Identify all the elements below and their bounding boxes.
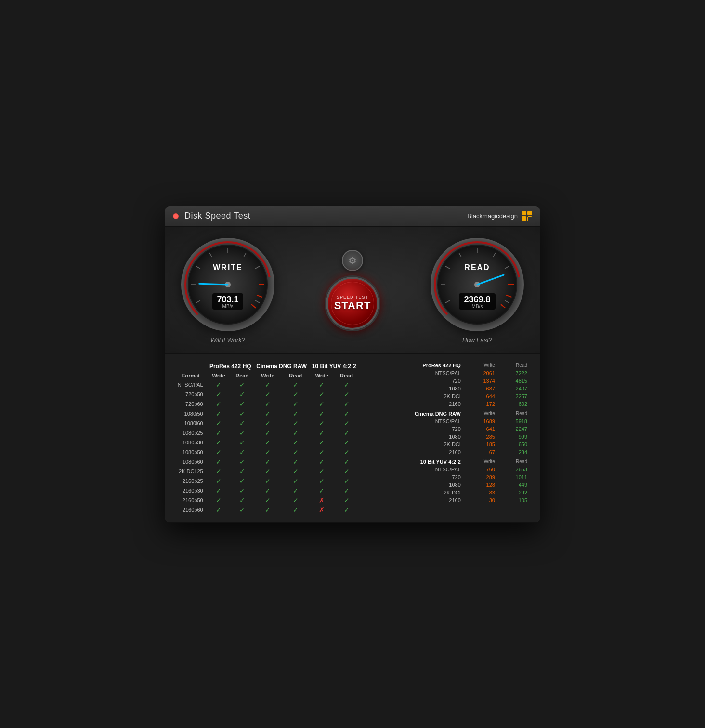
- compat-cell: ✓: [334, 447, 359, 457]
- write-val-cell: 1689: [466, 417, 498, 425]
- compat-cell: ✓: [207, 380, 231, 390]
- format-cell: 2160p50: [175, 495, 207, 505]
- compat-cell: ✗: [310, 495, 335, 505]
- compat-cell: ✓: [282, 438, 310, 447]
- start-button[interactable]: SPEED TEST START: [326, 277, 379, 330]
- compat-cell: ✓: [282, 428, 310, 438]
- write-val-cell: 185: [466, 441, 498, 448]
- compat-cell: ✓: [334, 418, 359, 428]
- compat-cell: ✓: [254, 495, 282, 505]
- close-button[interactable]: [173, 213, 179, 219]
- write-val-cell: 285: [466, 433, 498, 441]
- write-col-header: Write: [466, 362, 498, 369]
- cdng-header: Cinema DNG RAW: [254, 362, 310, 371]
- compat-cell: ✓: [254, 486, 282, 495]
- brand-logo: Blackmagicdesign: [467, 211, 532, 221]
- will-it-work-label: Will it Work?: [210, 337, 245, 344]
- read-val-cell: 449: [498, 481, 530, 489]
- read-val-cell: 999: [498, 433, 530, 441]
- settings-button[interactable]: ⚙: [342, 250, 363, 271]
- yuv-read-header: Read: [334, 371, 359, 380]
- section-name: Cinema DNG RAW: [366, 410, 466, 417]
- compat-cell: ✓: [310, 409, 335, 418]
- speed-row: NTSC/PAL 1689 5918: [366, 417, 530, 425]
- speed-test-label: SPEED TEST: [337, 295, 368, 299]
- format-cell: 2K DCI 25: [175, 467, 207, 476]
- resolution-cell: 1080: [366, 385, 466, 392]
- compat-cell: ✓: [254, 467, 282, 476]
- format-cell: 1080i60: [175, 418, 207, 428]
- read-val-cell: 650: [498, 441, 530, 448]
- speed-row: 2K DCI 185 650: [366, 441, 530, 448]
- compat-cell: ✓: [254, 399, 282, 409]
- format-col-header: Format: [175, 371, 207, 380]
- compat-cell: ✓: [334, 380, 359, 390]
- format-cell: 720p50: [175, 390, 207, 399]
- compat-cell: ✓: [282, 495, 310, 505]
- compat-cell: ✓: [231, 486, 254, 495]
- write-val-cell: 644: [466, 392, 498, 400]
- table-row: 1080p50✓✓✓✓✓✓: [175, 447, 359, 457]
- prores-header: ProRes 422 HQ: [207, 362, 254, 371]
- compat-cell: ✓: [231, 390, 254, 399]
- resolution-cell: 720: [366, 473, 466, 481]
- speed-row: NTSC/PAL 2061 7222: [366, 369, 530, 377]
- table-row: 720p50✓✓✓✓✓✓: [175, 390, 359, 399]
- compat-cell: ✓: [282, 409, 310, 418]
- title-bar: Disk Speed Test Blackmagicdesign: [165, 206, 540, 227]
- compat-cell: ✓: [310, 467, 335, 476]
- compat-cell: ✓: [254, 380, 282, 390]
- read-col-header: Read: [498, 362, 530, 369]
- write-val-cell: 2061: [466, 369, 498, 377]
- compat-cell: ✓: [334, 409, 359, 418]
- compat-cell: ✓: [254, 447, 282, 457]
- speed-row: 1080 687 2407: [366, 385, 530, 392]
- table-row: 1080i50✓✓✓✓✓✓: [175, 409, 359, 418]
- svg-text:2369.8: 2369.8: [464, 295, 490, 304]
- compat-cell: ✓: [254, 409, 282, 418]
- compat-cell: ✓: [254, 390, 282, 399]
- read-gauge: READ 2369.8 MB/s: [429, 236, 525, 333]
- speed-row: 2160 30 105: [366, 496, 530, 504]
- format-cell: 2160p60: [175, 505, 207, 515]
- compat-table-body: NTSC/PAL✓✓✓✓✓✓720p50✓✓✓✓✓✓720p60✓✓✓✓✓✓10…: [175, 380, 359, 515]
- speed-row: NTSC/PAL 760 2663: [366, 466, 530, 473]
- compat-cell: ✓: [310, 438, 335, 447]
- read-val-cell: 5918: [498, 417, 530, 425]
- format-cell: 1080p30: [175, 438, 207, 447]
- data-tables: ProRes 422 HQ Cinema DNG RAW 10 Bit YUV …: [175, 362, 530, 515]
- resolution-cell: 2K DCI: [366, 441, 466, 448]
- read-val-cell: 2407: [498, 385, 530, 392]
- resolution-cell: 2K DCI: [366, 489, 466, 496]
- speed-row: 2160 172 602: [366, 400, 530, 408]
- compat-cell: ✓: [207, 457, 231, 467]
- compat-cell: ✓: [254, 418, 282, 428]
- read-val-cell: 105: [498, 496, 530, 504]
- format-cell: 720p60: [175, 399, 207, 409]
- read-col-header: Read: [498, 410, 530, 417]
- read-val-cell: 2663: [498, 466, 530, 473]
- compat-cell: ✓: [310, 418, 335, 428]
- yuv-write-header: Write: [310, 371, 335, 380]
- compat-cell: ✓: [310, 390, 335, 399]
- compat-cell: ✓: [231, 457, 254, 467]
- section-name: ProRes 422 HQ: [366, 362, 466, 369]
- svg-text:READ: READ: [464, 263, 490, 272]
- compat-cell: ✓: [310, 428, 335, 438]
- read-val-cell: 2257: [498, 392, 530, 400]
- compat-cell: ✓: [231, 428, 254, 438]
- table-row: 1080p60✓✓✓✓✓✓: [175, 457, 359, 467]
- compat-cell: ✓: [310, 447, 335, 457]
- format-cell: 1080p50: [175, 447, 207, 457]
- compat-cell: ✓: [231, 418, 254, 428]
- compat-cell: ✓: [282, 476, 310, 486]
- compat-cell: ✓: [231, 495, 254, 505]
- write-val-cell: 760: [466, 466, 498, 473]
- write-val-cell: 1374: [466, 377, 498, 385]
- compat-cell: ✓: [334, 428, 359, 438]
- write-val-cell: 83: [466, 489, 498, 496]
- title-bar-left: Disk Speed Test: [173, 211, 250, 221]
- compat-cell: ✓: [207, 495, 231, 505]
- read-val-cell: 234: [498, 448, 530, 456]
- compat-cell: ✓: [207, 467, 231, 476]
